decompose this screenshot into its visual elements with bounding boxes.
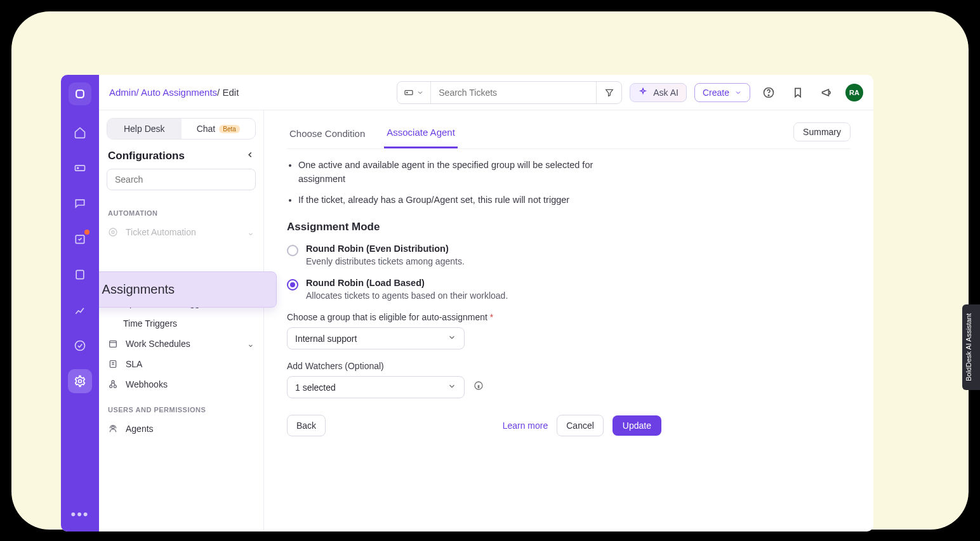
search-type-dropdown[interactable] [397, 82, 431, 103]
nav-time-triggers[interactable]: Time Triggers [99, 313, 263, 334]
app-window: ••• Admin/ Auto Assignments/ Edit Ask [61, 75, 873, 531]
announcement-icon[interactable] [816, 82, 838, 103]
approvals-icon[interactable] [68, 334, 92, 358]
chat-icon[interactable] [68, 192, 92, 216]
breadcrumb-auto[interactable]: Auto Assignments [139, 87, 217, 98]
kb-icon[interactable] [68, 263, 92, 287]
config-header: Configurations [99, 146, 263, 169]
watchers-select-value: 1 selected [295, 382, 336, 393]
create-button[interactable]: Create [694, 83, 750, 102]
chevron-down-icon [416, 89, 424, 96]
nav-sla[interactable]: SLA [99, 354, 263, 374]
settings-sidebar: Help Desk Chat Beta Configurations AUTOM… [99, 110, 264, 531]
svg-point-11 [112, 231, 114, 233]
create-label: Create [703, 88, 729, 98]
svg-rect-4 [76, 270, 84, 278]
beta-badge: Beta [219, 125, 240, 133]
help-icon[interactable] [758, 82, 779, 103]
search-input[interactable] [431, 82, 596, 103]
mode-even-desc: Evenly distributes tickets among agents. [306, 256, 465, 266]
update-button[interactable]: Update [612, 415, 661, 436]
action-row: Back Learn more Cancel Update [287, 415, 661, 436]
brand-logo-icon[interactable] [69, 82, 91, 105]
tab-chat[interactable]: Chat Beta [182, 119, 256, 139]
breadcrumb: Admin/ Auto Assignments/ Edit [109, 87, 239, 98]
svg-point-18 [112, 426, 114, 429]
summary-button[interactable]: Summary [793, 122, 851, 141]
nav-webhooks[interactable]: Webhooks [99, 374, 263, 394]
avatar[interactable]: RA [845, 84, 863, 101]
ai-assistant-tab[interactable]: BoldDesk AI Assistant [962, 304, 980, 390]
svg-rect-0 [76, 90, 84, 98]
svg-point-15 [110, 385, 112, 388]
svg-point-5 [76, 341, 85, 351]
svg-rect-1 [76, 166, 85, 171]
svg-point-16 [114, 385, 116, 388]
nav-work-schedules-label: Work Schedules [126, 339, 190, 349]
nav-work-schedules[interactable]: Work Schedules ⌄ [99, 334, 263, 354]
agents-icon [108, 424, 119, 434]
watchers-select[interactable]: 1 selected [287, 376, 465, 398]
tab-associate-agent[interactable]: Associate Agent [384, 121, 458, 148]
calendar-icon [108, 339, 119, 349]
reports-icon[interactable] [68, 298, 92, 322]
svg-point-10 [768, 95, 769, 95]
mode-load-desc: Allocates tickets to agents based on the… [306, 290, 508, 301]
ask-ai-button[interactable]: Ask AI [630, 83, 687, 102]
ask-ai-label: Ask AI [653, 88, 679, 98]
mode-even-label: Round Robin (Even Distribution) [306, 244, 465, 254]
bookmark-icon[interactable] [787, 82, 809, 103]
radio-even[interactable] [287, 245, 298, 256]
sparkle-icon [638, 88, 648, 98]
tickets-icon[interactable] [68, 156, 92, 180]
nav-agents[interactable]: Agents [99, 419, 263, 439]
breadcrumb-admin[interactable]: Admin [109, 87, 136, 98]
brand-tabs: Help Desk Chat Beta [107, 118, 256, 140]
main-column: Admin/ Auto Assignments/ Edit Ask AI Cre… [99, 75, 873, 531]
search-group [397, 81, 622, 104]
chevron-left-icon [246, 150, 255, 159]
tab-choose-condition[interactable]: Choose Condition [287, 122, 368, 148]
bullet-1: One active and available agent in the sp… [298, 158, 630, 186]
more-icon[interactable]: ••• [70, 506, 89, 523]
filter-icon [604, 88, 614, 98]
group-select[interactable]: Internal support [287, 327, 465, 349]
settings-icon[interactable] [68, 369, 92, 393]
back-button[interactable]: Back [287, 415, 326, 436]
content: Choose Condition Associate Agent Summary… [264, 110, 873, 531]
tab-helpdesk[interactable]: Help Desk [107, 119, 182, 139]
collapse-sidebar-button[interactable] [246, 150, 255, 162]
automation-icon [108, 227, 119, 237]
sla-icon [108, 359, 119, 369]
body: Help Desk Chat Beta Configurations AUTOM… [99, 110, 873, 531]
watchers-label: Add Watchers (Optional) [287, 361, 851, 371]
chevron-down-icon: ⌄ [247, 227, 255, 237]
svg-point-2 [77, 167, 79, 169]
nav-ticket-automation[interactable]: Ticket Automation ⌄ [99, 222, 263, 242]
chevron-down-icon [447, 382, 456, 393]
tab-chat-label: Chat [197, 124, 216, 134]
cancel-button[interactable]: Cancel [557, 415, 604, 436]
sidebar-search[interactable] [107, 169, 256, 190]
sidebar-search-input[interactable] [115, 174, 248, 185]
home-icon[interactable] [68, 121, 92, 145]
nav-sla-label: SLA [126, 359, 142, 369]
section-users-perm: USERS AND PERMISSIONS [99, 394, 263, 419]
nav-webhooks-label: Webhooks [126, 379, 168, 389]
mode-even-row[interactable]: Round Robin (Even Distribution) Evenly d… [287, 244, 851, 266]
radio-load[interactable] [287, 279, 298, 290]
filter-button[interactable] [596, 82, 621, 103]
topbar: Admin/ Auto Assignments/ Edit Ask AI Cre… [99, 75, 873, 110]
nav-rail: ••• [61, 75, 99, 531]
config-title: Configurations [108, 150, 185, 162]
svg-point-6 [79, 380, 82, 383]
svg-rect-13 [110, 341, 117, 347]
nav-ticket-automation-label: Ticket Automation [126, 227, 196, 237]
learn-more-link[interactable]: Learn more [503, 420, 548, 431]
info-icon[interactable] [473, 382, 484, 393]
tasks-icon[interactable] [68, 227, 92, 251]
assignment-mode-title: Assignment Mode [287, 221, 851, 233]
group-select-value: Internal support [295, 334, 357, 344]
mode-load-row[interactable]: Round Robin (Load Based) Allocates ticke… [287, 278, 851, 301]
svg-rect-7 [405, 90, 413, 95]
